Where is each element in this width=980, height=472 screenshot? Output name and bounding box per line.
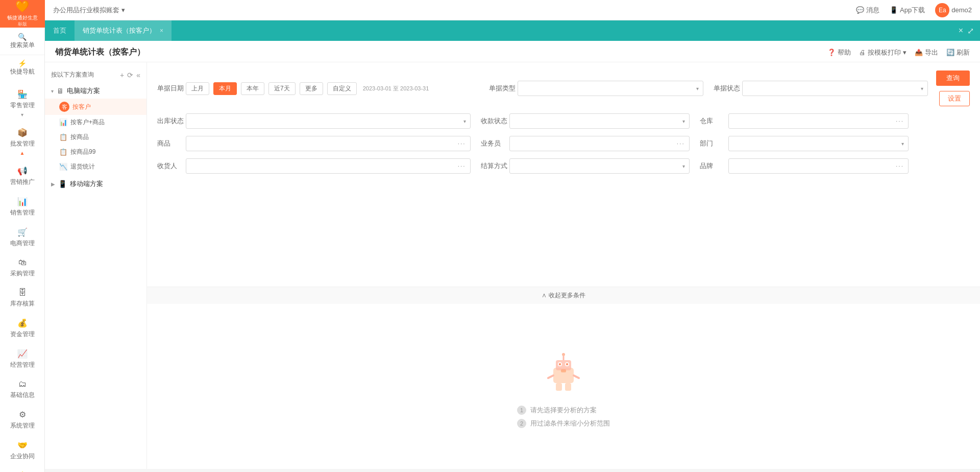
date-btn-this-month[interactable]: 本月 bbox=[213, 82, 237, 95]
sidebar-item-system[interactable]: ⚙ 系统管理 bbox=[0, 405, 44, 435]
scheme-item-customer[interactable]: 客 按客户 bbox=[45, 99, 146, 115]
username: demo2 bbox=[951, 6, 972, 14]
order-status-control[interactable]: ▾ bbox=[742, 81, 928, 96]
hint-2-text: 用过滤条件来缩小分析范围 bbox=[530, 419, 610, 428]
sidebar-item-marketing[interactable]: 📢 营销推广 bbox=[0, 161, 44, 192]
customer-goods-icon: 📊 bbox=[59, 119, 67, 126]
search-menu-label: 搜索菜单 bbox=[0, 41, 44, 50]
basic-label: 基础信息 bbox=[10, 391, 35, 399]
industry-label: 办公用品行业模拟账套 bbox=[53, 6, 119, 15]
system-icon: ⚙ bbox=[19, 410, 26, 419]
settlement-control[interactable]: ▾ bbox=[509, 158, 690, 174]
order-type-control[interactable]: ▾ bbox=[518, 81, 703, 96]
mobile-group-label: 移动端方案 bbox=[70, 179, 103, 188]
query-button[interactable]: 查询 bbox=[936, 70, 970, 86]
order-status-label: 单据状态 bbox=[714, 84, 742, 93]
tab-home[interactable]: 首页 bbox=[45, 20, 75, 41]
help-action[interactable]: ❓ 帮助 bbox=[827, 48, 851, 57]
print-action[interactable]: 🖨 按模板打印 ▾ bbox=[859, 48, 906, 57]
sidebar-quick-nav[interactable]: ⚡ 快捷导航 bbox=[0, 55, 44, 80]
scheme-group-desktop: ▾ 🖥 电脑端方案 客 按客户 📊 按客户+商品 📋 按商品 bbox=[45, 83, 146, 174]
sidebar-item-enterprise[interactable]: 🤝 企业协同 bbox=[0, 435, 44, 466]
scheme-collapse-btn[interactable]: « bbox=[136, 71, 140, 79]
message-item[interactable]: 💬 消息 bbox=[856, 6, 879, 15]
filter-item-department: 部门 ▾ bbox=[700, 136, 909, 151]
sidebar-item-wholesale[interactable]: 📦 批发管理 ▲ bbox=[0, 123, 44, 161]
scheme-refresh-btn[interactable]: ⟳ bbox=[127, 71, 133, 79]
sidebar-item-inventory[interactable]: 🗄 库存核算 bbox=[0, 283, 44, 313]
date-btn-custom[interactable]: 自定义 bbox=[327, 82, 357, 95]
brand-dots: ··· bbox=[896, 162, 904, 170]
scheme-item-return[interactable]: 📉 退货统计 bbox=[45, 159, 146, 174]
collapse-bar[interactable]: ∧ 收起更多条件 bbox=[147, 287, 980, 304]
sidebar: 🧡 畅捷通好生意 标版 🔍 搜索菜单 ⚡ 快捷导航 🏪 零售管理 ▾ 📦 批发管… bbox=[0, 0, 45, 472]
mobile-group-icon: 📱 bbox=[58, 180, 67, 188]
date-btn-more[interactable]: 更多 bbox=[300, 82, 323, 95]
goods-icon: 📋 bbox=[59, 133, 67, 141]
goods-filter-control[interactable]: ··· bbox=[186, 136, 471, 151]
warehouse-control[interactable]: ··· bbox=[728, 113, 909, 129]
order-type-label: 单据类型 bbox=[489, 84, 518, 93]
salesman-control[interactable]: ··· bbox=[509, 136, 690, 151]
app-download-item[interactable]: 📱 App下载 bbox=[890, 6, 925, 15]
refresh-action[interactable]: 🔄 刷新 bbox=[946, 48, 970, 57]
date-btn-7days[interactable]: 近7天 bbox=[268, 82, 296, 95]
operation-icon: 📈 bbox=[17, 349, 28, 359]
scheme-group-desktop-header[interactable]: ▾ 🖥 电脑端方案 bbox=[45, 83, 146, 99]
out-status-arrow: ▾ bbox=[463, 119, 466, 124]
print-arrow: ▾ bbox=[903, 49, 906, 56]
scheme-item-customer-goods[interactable]: 📊 按客户+商品 bbox=[45, 115, 146, 130]
sidebar-logo[interactable]: 🧡 畅捷通好生意 标版 bbox=[0, 0, 45, 28]
mobile-group-arrow: ▶ bbox=[51, 181, 55, 187]
scheme-group-mobile-header[interactable]: ▶ 📱 移动端方案 bbox=[45, 176, 146, 192]
tab-maximize-btn[interactable]: ⤢ bbox=[967, 26, 974, 36]
settings-button[interactable]: 设置 bbox=[939, 91, 970, 106]
print-icon: 🖨 bbox=[859, 49, 866, 56]
goods-label: 按商品 bbox=[70, 133, 89, 141]
date-btn-this-year[interactable]: 本年 bbox=[241, 82, 264, 95]
dropdown-icon: ▾ bbox=[121, 6, 125, 14]
tab-home-label: 首页 bbox=[53, 26, 66, 35]
finance-icon: 💰 bbox=[17, 318, 28, 328]
sidebar-item-basic[interactable]: 🗂 基础信息 bbox=[0, 374, 44, 405]
receiver-dots: ··· bbox=[458, 162, 466, 170]
sidebar-item-retail[interactable]: 🏪 零售管理 ▾ bbox=[0, 84, 44, 123]
sidebar-item-newbie[interactable]: 🌟 新手引导 bbox=[0, 466, 44, 472]
sidebar-item-purchase[interactable]: 🛍 采购管理 bbox=[0, 253, 44, 283]
department-arrow: ▾ bbox=[901, 141, 904, 147]
purchase-icon: 🛍 bbox=[18, 258, 27, 267]
industry-selector[interactable]: 办公用品行业模拟账套 ▾ bbox=[53, 6, 125, 15]
filter-item-settlement: 结算方式 ▾ bbox=[481, 158, 690, 174]
sidebar-search[interactable]: 🔍 搜索菜单 bbox=[0, 28, 44, 55]
order-status-arrow: ▾ bbox=[921, 86, 923, 91]
content-body: 按以下方案查询 + ⟳ « ▾ 🖥 电脑端方案 客 按客户 bbox=[45, 62, 980, 469]
sidebar-item-ecommerce[interactable]: 🛒 电商管理 bbox=[0, 222, 44, 253]
scheme-add-btn[interactable]: + bbox=[120, 71, 124, 79]
out-status-control[interactable]: ▾ bbox=[186, 113, 471, 129]
out-status-label: 出库状态 bbox=[157, 116, 186, 126]
sidebar-item-finance[interactable]: 💰 资金管理 bbox=[0, 313, 44, 344]
desktop-group-label: 电脑端方案 bbox=[67, 86, 100, 96]
scheme-item-goods[interactable]: 📋 按商品 bbox=[45, 130, 146, 145]
salesman-dots: ··· bbox=[677, 140, 685, 147]
sidebar-item-operation[interactable]: 📈 经营管理 bbox=[0, 344, 44, 374]
department-control[interactable]: ▾ bbox=[728, 136, 909, 151]
brand-control[interactable]: ··· bbox=[728, 158, 909, 174]
scheme-panel-header: 按以下方案查询 + ⟳ « bbox=[45, 68, 146, 83]
sidebar-item-sales[interactable]: 📊 销售管理 bbox=[0, 192, 44, 222]
receiver-control[interactable]: ··· bbox=[186, 158, 471, 174]
tab-close-icon[interactable]: × bbox=[160, 27, 163, 34]
tab-sales-stats[interactable]: 销货单统计表（按客户） × bbox=[75, 20, 172, 41]
date-btn-last-month[interactable]: 上月 bbox=[186, 82, 209, 95]
user-item[interactable]: Ea demo2 bbox=[935, 3, 972, 17]
inventory-icon: 🗄 bbox=[18, 288, 27, 297]
export-action[interactable]: 📤 导出 bbox=[915, 48, 938, 57]
ecommerce-icon: 🛒 bbox=[17, 227, 28, 237]
receipt-status-label: 收款状态 bbox=[481, 116, 509, 126]
receipt-status-control[interactable]: ▾ bbox=[509, 113, 690, 129]
scheme-item-goods99[interactable]: 📋 按商品99 bbox=[45, 145, 146, 159]
retail-icon: 🏪 bbox=[17, 89, 28, 99]
customer-circle: 客 bbox=[59, 102, 69, 112]
help-label: 帮助 bbox=[838, 48, 851, 57]
tab-minimize-btn[interactable]: × bbox=[959, 26, 963, 35]
